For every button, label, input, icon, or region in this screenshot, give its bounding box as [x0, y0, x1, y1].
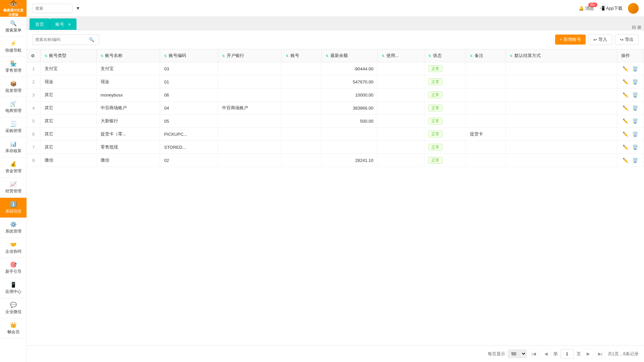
cell-account-no [282, 88, 322, 102]
cell-usage [378, 141, 424, 154]
app-download-button[interactable]: 📲 App下载 [599, 5, 623, 11]
topbar-right: 🔔 消息 99+ 📲 App下载 [579, 3, 639, 14]
sidebar-item-label: 快捷导航 [5, 48, 21, 53]
sidebar-item-purchase-mgmt[interactable]: 🧾 采购管理 [0, 117, 26, 137]
delete-button[interactable]: 🗑️ [631, 105, 639, 111]
sidebar-item-ecommerce-mgmt[interactable]: 🛒 电商管理 [0, 97, 26, 117]
col-account-name[interactable]: ⇅ 账号名称 [96, 49, 160, 62]
tab-home[interactable]: 首页 [30, 18, 50, 30]
cell-usage [378, 75, 424, 88]
sidebar-item-retail-mgmt[interactable]: 🏪 零售管理 [0, 57, 26, 77]
col-usage[interactable]: ⇅ 使用... [378, 49, 424, 62]
topbar-dropdown[interactable]: ▼ [76, 6, 80, 11]
col-default-settlement[interactable]: ⇅ 默认结算方式 [506, 49, 617, 62]
cell-latest-balance [322, 141, 378, 154]
edit-button[interactable]: ✏️ [621, 78, 630, 85]
cell-account-no [282, 115, 322, 128]
account-search-input[interactable] [35, 37, 89, 42]
sidebar-item-enterprise-wechat[interactable]: 💬 企业微信 [0, 298, 26, 318]
last-page-button[interactable]: ▶| [596, 349, 605, 359]
export-button[interactable]: ↪ 导出 [615, 34, 639, 45]
delete-button[interactable]: 🗑️ [631, 131, 639, 137]
delete-button[interactable]: 🗑️ [631, 78, 639, 85]
col-settings[interactable]: ⚙ [27, 49, 40, 62]
delete-button[interactable]: 🗑️ [631, 65, 639, 72]
col-latest-balance[interactable]: ⇅ 最新余额 [322, 49, 378, 62]
toolbar-right: + 新增账号 ↩ 导入 ↪ 导出 [555, 34, 639, 45]
edit-button[interactable]: ✏️ [621, 157, 630, 164]
col-notes[interactable]: ⇅ 备注 [466, 49, 505, 62]
page-input[interactable] [560, 349, 574, 359]
next-page-button[interactable]: ▶ [584, 349, 593, 359]
search-icon[interactable]: 🔍 [89, 37, 94, 42]
col-bank[interactable]: ⇅ 开户银行 [218, 49, 282, 62]
app-logo: 🐯 畅捷通付生意 乐意版 [0, 0, 26, 17]
sidebar-item-label: 库存核算 [5, 148, 21, 154]
cell-account-code: 05 [160, 115, 218, 128]
sidebar-item-wholesale-mgmt[interactable]: 📦 批发管理 [0, 77, 26, 97]
prev-page-button[interactable]: ◀ [541, 349, 551, 359]
sort-icon: ⇅ [326, 54, 328, 58]
action-buttons: ✏️ 🗑️ [621, 118, 640, 124]
table-row: 6 其它 提货卡（零... PICKUPC... 正常 提货卡 ✏️ 🗑️ [27, 128, 644, 141]
edit-button[interactable]: ✏️ [621, 105, 630, 111]
cell-account-type: 微信 [40, 154, 96, 167]
tab-accounts[interactable]: 账号 × [50, 18, 76, 30]
cell-account-code: 01 [160, 75, 218, 88]
sidebar-item-quick-nav[interactable]: ⚡ 快捷导航 [0, 37, 26, 57]
status-badge: 正常 [428, 144, 442, 150]
main-area: ▼ 🔔 消息 99+ 📲 App下载 首页 账号 × ⊟ ⊞ [27, 0, 644, 362]
sidebar-item-members[interactable]: 👑 畅会员 [0, 318, 26, 339]
edit-button[interactable]: ✏️ [621, 92, 630, 98]
sort-icon: ⇅ [382, 54, 384, 58]
sort-icon: ⇅ [428, 54, 431, 58]
tab-minimize-button[interactable]: ⊟ [632, 24, 636, 30]
col-status[interactable]: ⇅ 状态 [424, 49, 466, 62]
sidebar-item-search-menu[interactable]: 🔍 搜索菜单 [0, 17, 26, 37]
col-account-type[interactable]: ⇅ 账号类型 [40, 49, 96, 62]
cell-latest-balance: 500.00 [322, 115, 378, 128]
messages-button[interactable]: 🔔 消息 99+ [579, 5, 594, 11]
cell-notes [466, 102, 505, 115]
topbar: ▼ 🔔 消息 99+ 📲 App下载 [27, 0, 644, 17]
sidebar-item-basic-info[interactable]: ℹ️ 基础信息 [0, 198, 26, 218]
cell-notes [466, 115, 505, 128]
sidebar-item-app-center[interactable]: 📱 应用中心 [0, 278, 26, 298]
col-account-name-label: 账号名称 [105, 53, 122, 58]
cell-account-name: 现金 [96, 75, 160, 88]
cell-account-no [282, 102, 322, 115]
delete-button[interactable]: 🗑️ [631, 144, 639, 150]
edit-button[interactable]: ✏️ [621, 118, 630, 124]
topbar-search-input[interactable] [32, 4, 72, 13]
cell-bank [218, 154, 282, 167]
edit-button[interactable]: ✏️ [621, 131, 630, 137]
sidebar-item-label: 基础信息 [5, 208, 21, 214]
delete-button[interactable]: 🗑️ [631, 118, 639, 124]
add-account-button[interactable]: + 新增账号 [555, 35, 586, 45]
sidebar-item-ops-mgmt[interactable]: 📈 经营管理 [0, 178, 26, 198]
cell-actions: ✏️ 🗑️ [617, 154, 644, 167]
edit-button[interactable]: ✏️ [621, 65, 630, 72]
wholesale-mgmt-icon: 📦 [10, 80, 17, 87]
col-account-code[interactable]: ⇅ 账号编码 [160, 49, 218, 62]
cell-usage [378, 62, 424, 75]
cell-account-code: 03 [160, 62, 218, 75]
accounts-tab-close[interactable]: × [68, 22, 71, 27]
delete-button[interactable]: 🗑️ [631, 92, 639, 98]
first-page-button[interactable]: |◀ [529, 349, 539, 359]
sidebar-item-inventory[interactable]: 📊 库存核算 [0, 137, 26, 158]
edit-button[interactable]: ✏️ [621, 144, 630, 150]
col-account-no[interactable]: ⇅ 账号 [282, 49, 322, 62]
sidebar-item-enterprise-agreement[interactable]: 🤝 企业协同 [0, 238, 26, 258]
table-row: 3 其它 moneybosx 06 10000.00 正常 ✏️ 🗑️ [27, 88, 644, 102]
sidebar-item-newbie-guide[interactable]: 🎯 新手引导 [0, 258, 26, 278]
cell-bank [218, 115, 282, 128]
tab-maximize-button[interactable]: ⊞ [637, 24, 641, 30]
sidebar-item-finance-mgmt[interactable]: 💰 资金管理 [0, 158, 26, 178]
per-page-select[interactable]: 50 20 100 [508, 350, 527, 358]
sidebar-item-sys-mgmt[interactable]: ⚙️ 系统管理 [0, 218, 26, 238]
delete-button[interactable]: 🗑️ [631, 157, 639, 164]
cell-account-name: 提货卡（零... [96, 128, 160, 141]
import-button[interactable]: ↩ 导入 [588, 34, 612, 45]
avatar[interactable] [628, 3, 639, 14]
